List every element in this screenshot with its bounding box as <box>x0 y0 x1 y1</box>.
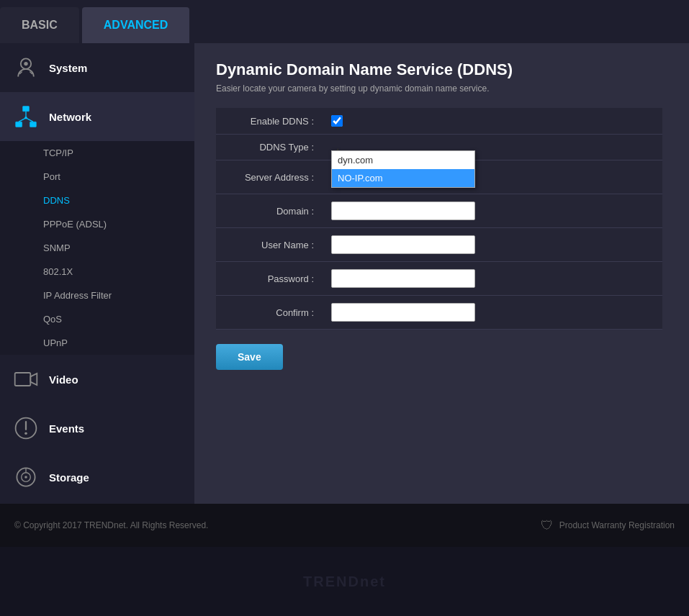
ddns-type-label: DDNS Type : <box>216 135 324 160</box>
tab-bar: BASIC ADVANCED <box>0 0 689 43</box>
svg-rect-9 <box>15 373 31 386</box>
password-input[interactable] <box>331 269 475 288</box>
ddns-type-row: DDNS Type : dyn.com NO-IP.com ▲ <box>216 135 662 160</box>
confirm-label: Confirm : <box>216 296 324 330</box>
ddns-option-noip[interactable]: NO-IP.com <box>332 169 474 187</box>
ddns-type-dropdown[interactable]: dyn.com NO-IP.com <box>331 150 475 188</box>
server-address-label: Server Address : <box>216 160 324 194</box>
svg-point-1 <box>24 62 27 65</box>
ddns-option-dyn[interactable]: dyn.com <box>332 151 474 169</box>
sidebar-item-upnp[interactable]: UPnP <box>0 331 194 355</box>
enable-ddns-row: Enable DDNS : <box>216 108 662 135</box>
domain-label: Domain : <box>216 194 324 228</box>
username-row: User Name : <box>216 228 662 262</box>
username-value <box>324 228 662 262</box>
tab-basic[interactable]: BASIC <box>0 7 79 43</box>
username-label: User Name : <box>216 228 324 262</box>
password-row: Password : <box>216 262 662 296</box>
sidebar-item-storage[interactable]: Storage <box>0 453 194 502</box>
enable-ddns-value <box>324 108 662 135</box>
page-title: Dynamic Domain Name Service (DDNS) <box>216 60 667 79</box>
sidebar-item-8021x[interactable]: 802.1X <box>0 260 194 284</box>
footer-copyright: © Copyright 2017 TRENDnet. All Rights Re… <box>14 520 208 530</box>
sidebar-item-network[interactable]: Network <box>0 92 194 141</box>
sidebar-item-snmp[interactable]: SNMP <box>0 236 194 260</box>
enable-ddns-label: Enable DDNS : <box>216 108 324 135</box>
svg-rect-2 <box>23 107 30 112</box>
watermark-area: TRENDnet <box>0 547 689 616</box>
save-button[interactable]: Save <box>216 344 283 370</box>
sidebar-item-ddns[interactable]: DDNS <box>0 189 194 212</box>
enable-ddns-checkbox[interactable] <box>331 115 343 127</box>
svg-marker-10 <box>30 373 37 385</box>
svg-point-16 <box>24 476 27 479</box>
svg-rect-4 <box>30 122 36 127</box>
username-input[interactable] <box>331 235 475 254</box>
ddns-form: Enable DDNS : DDNS Type : dyn.com <box>216 108 662 330</box>
events-icon <box>12 414 40 443</box>
storage-icon <box>12 463 40 492</box>
tab-advanced[interactable]: ADVANCED <box>82 7 189 43</box>
system-icon <box>12 53 40 82</box>
footer: © Copyright 2017 TRENDnet. All Rights Re… <box>0 504 689 547</box>
footer-warranty[interactable]: 🛡 Product Warranty Registration <box>541 518 675 533</box>
confirm-input[interactable] <box>331 303 475 322</box>
confirm-value <box>324 296 662 330</box>
body-area: System Network <box>0 43 689 504</box>
page-subtitle: Easier locate your camera by setting up … <box>216 83 667 94</box>
network-label: Network <box>49 111 91 123</box>
content-area: Dynamic Domain Name Service (DDNS) Easie… <box>194 43 689 504</box>
sidebar-item-system[interactable]: System <box>0 43 194 92</box>
svg-point-8 <box>24 117 27 119</box>
video-icon <box>12 365 40 394</box>
svg-point-13 <box>24 432 27 435</box>
confirm-row: Confirm : <box>216 296 662 330</box>
network-icon <box>12 102 40 131</box>
password-label: Password : <box>216 262 324 296</box>
events-label: Events <box>49 422 84 435</box>
sidebar-item-ipfilter[interactable]: IP Address Filter <box>0 284 194 307</box>
ddns-type-value: dyn.com NO-IP.com ▲ <box>324 135 662 160</box>
sidebar: System Network <box>0 43 194 504</box>
watermark-text: TRENDnet <box>303 574 386 590</box>
sidebar-item-qos[interactable]: QoS <box>0 307 194 331</box>
domain-value <box>324 194 662 228</box>
sidebar-item-pppoe[interactable]: PPPoE (ADSL) <box>0 212 194 236</box>
network-submenu: TCP/IP Port DDNS PPPoE (ADSL) SNMP 802.1… <box>0 141 194 355</box>
domain-input[interactable] <box>331 201 475 220</box>
svg-rect-3 <box>16 122 22 127</box>
sidebar-item-tcpip[interactable]: TCP/IP <box>0 141 194 165</box>
password-value <box>324 262 662 296</box>
system-label: System <box>49 62 87 74</box>
sidebar-item-events[interactable]: Events <box>0 404 194 453</box>
shield-icon: 🛡 <box>541 518 554 533</box>
domain-row: Domain : <box>216 194 662 228</box>
storage-label: Storage <box>49 471 89 484</box>
video-label: Video <box>49 373 78 386</box>
sidebar-item-port[interactable]: Port <box>0 165 194 189</box>
sidebar-item-video[interactable]: Video <box>0 355 194 404</box>
